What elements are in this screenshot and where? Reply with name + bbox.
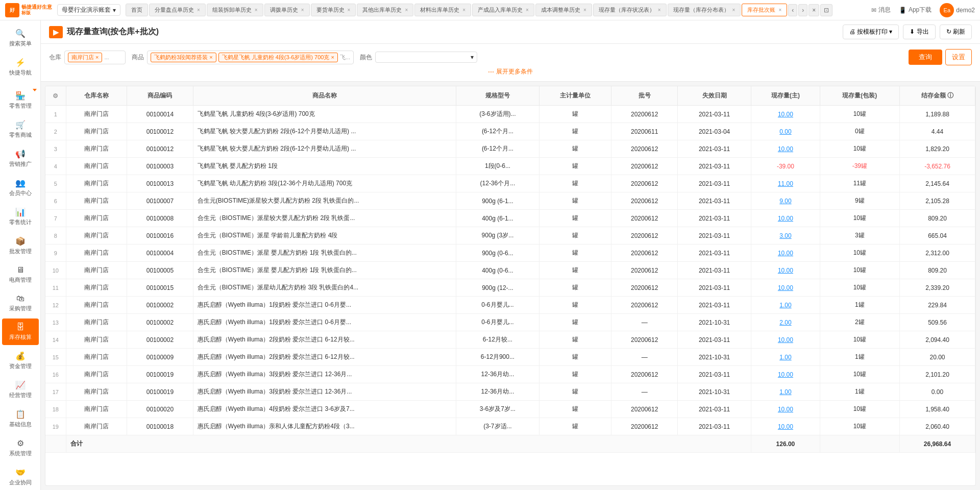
- ecommerce-icon: 🖥: [16, 265, 24, 275]
- cell-stock-pack: 0罐: [820, 123, 899, 140]
- tab-close-material-out[interactable]: ×: [462, 7, 465, 13]
- tab-query[interactable]: 调拨单历史×: [264, 4, 310, 16]
- cell-stock-main[interactable]: 10.00: [751, 366, 820, 383]
- tab-inventory-dist[interactable]: 现存量（库存分布表）×: [668, 4, 741, 16]
- product-more[interactable]: 飞...: [340, 54, 350, 61]
- sidebar-item-mall[interactable]: 🛒 零售商城: [2, 116, 39, 143]
- warehouse-tag-0[interactable]: 南岸门店 ×: [68, 53, 102, 62]
- tab-nav-left[interactable]: ‹: [788, 4, 797, 16]
- cell-stock-main[interactable]: 10.00: [751, 279, 820, 297]
- cell-stock-main[interactable]: 0.00: [751, 123, 820, 140]
- tab-other-out[interactable]: 其他出库单历史×: [357, 4, 413, 16]
- warehouse-more[interactable]: ...: [104, 54, 109, 60]
- tab-requisition[interactable]: 要货单历史×: [311, 4, 356, 16]
- sidebar-item-system[interactable]: ⚙ 系统管理: [2, 434, 39, 461]
- sidebar-item-search[interactable]: 🔍 搜索英单: [2, 24, 39, 52]
- col-batch: 批号: [611, 86, 678, 106]
- cell-stock-main[interactable]: 10.00: [751, 331, 820, 349]
- cell-stock-main[interactable]: 10.00: [751, 210, 820, 227]
- product-tag-container[interactable]: 飞鹤奶粉3段闻荐搭装 × 飞鹤星飞帆 儿童奶粉 4段(3-6岁适用) 700克 …: [147, 51, 354, 64]
- cell-expire: 2021-03-11: [677, 331, 751, 349]
- sidebar-item-stats[interactable]: 📊 零售统计: [2, 203, 39, 230]
- product-tag-close-1[interactable]: ×: [331, 54, 334, 60]
- tab-nav-right[interactable]: ›: [798, 4, 807, 16]
- product-tag-1[interactable]: 飞鹤星飞帆 儿童奶粉 4段(3-6岁适用) 700克 ×: [218, 53, 338, 62]
- warehouse-tag-close[interactable]: ×: [95, 54, 99, 60]
- tab-close-query[interactable]: ×: [301, 7, 304, 13]
- message-btn[interactable]: ✉ 消息: [871, 6, 891, 14]
- setting-btn[interactable]: 设置: [945, 49, 972, 65]
- cell-spec: 900g (6-1...: [456, 192, 540, 210]
- tab-close-inv-status[interactable]: ×: [658, 7, 661, 13]
- tab-disassemble[interactable]: 组装拆卸单历史×: [207, 4, 263, 16]
- sidebar-item-marketing[interactable]: 📢 营销推广: [2, 145, 39, 172]
- tab-inventory-status[interactable]: 现存量（库存状况表）×: [593, 4, 667, 16]
- cell-stock-main[interactable]: 10.00: [751, 140, 820, 158]
- tab-close-requisition[interactable]: ×: [348, 7, 351, 13]
- tab-bar: 首页 分量盘点单历史× 组装拆卸单历史× 调拨单历史× 要货单历史× 其他出库单…: [126, 4, 866, 16]
- cell-stock-main[interactable]: 10.00: [751, 401, 820, 418]
- product-tag-0[interactable]: 飞鹤奶粉3段闻荐搭装 ×: [151, 53, 216, 62]
- tab-close-split[interactable]: ×: [197, 7, 200, 13]
- cell-code: 00100012: [127, 123, 193, 140]
- cell-stock-main[interactable]: 1.00: [751, 383, 820, 401]
- warehouse-tag-container[interactable]: 南岸门店 × ...: [64, 51, 126, 64]
- print-btn[interactable]: 🖨 按模板打印 ▾: [843, 24, 899, 39]
- sidebar-item-members[interactable]: 👥 会员中心: [2, 174, 39, 201]
- user-area[interactable]: Ea demo2: [940, 3, 975, 17]
- app-download-btn[interactable]: 📱 App下载: [899, 6, 932, 14]
- tab-nav-expand[interactable]: ⊡: [820, 4, 832, 16]
- cell-expire: 2021-03-11: [677, 175, 751, 192]
- tab-home[interactable]: 首页: [126, 4, 148, 16]
- sidebar-item-ecommerce[interactable]: 🖥 电商管理: [2, 261, 39, 288]
- tab-close-batch[interactable]: ×: [778, 7, 781, 13]
- cell-stock-main[interactable]: 10.00: [751, 418, 820, 435]
- tab-product-in[interactable]: 产成品入库单历史×: [472, 4, 534, 16]
- tab-close-disassemble[interactable]: ×: [255, 7, 258, 13]
- tab-nav-close[interactable]: ×: [808, 4, 819, 16]
- tab-close-inv-dist[interactable]: ×: [732, 7, 736, 13]
- tab-close-product-in[interactable]: ×: [526, 7, 529, 13]
- sidebar-item-finance[interactable]: 💰 资金管理: [2, 347, 39, 374]
- search-btn[interactable]: 查询: [909, 50, 942, 65]
- expand-filter-btn[interactable]: ▶: [49, 26, 63, 38]
- cell-stock-main[interactable]: 10.00: [751, 244, 820, 262]
- table-row: 10 南岸门店 00100005 合生元（BIOSTIME）派星 婴儿配方奶粉 …: [45, 262, 975, 279]
- cell-stock-main[interactable]: 1.00: [751, 349, 820, 366]
- col-settings: ⚙: [45, 86, 66, 106]
- cell-stock-main[interactable]: 9.00: [751, 192, 820, 210]
- settings-icon[interactable]: ⚙: [53, 92, 58, 100]
- export-btn[interactable]: ⬇ 导出: [903, 24, 935, 39]
- sidebar-item-operations[interactable]: 📈 经营管理: [2, 376, 39, 403]
- cell-stock-main[interactable]: 11.00: [751, 175, 820, 192]
- sidebar-item-basics[interactable]: 📋 基础信息: [2, 405, 39, 432]
- cell-stock-main[interactable]: 1.00: [751, 297, 820, 314]
- tab-batch-voucher[interactable]: 库存批次账×: [742, 4, 787, 16]
- inventory-icon: 🗄: [16, 323, 24, 332]
- product-tag-close-0[interactable]: ×: [209, 54, 212, 60]
- expand-conditions[interactable]: ⋯ 展开更多条件: [49, 67, 972, 76]
- cell-stock-main[interactable]: 10.00: [751, 106, 820, 123]
- color-tag-container[interactable]: ▾: [375, 52, 477, 63]
- cell-stock-main[interactable]: 10.00: [751, 262, 820, 279]
- org-selector[interactable]: 母婴行业演示账套 ▾: [57, 4, 120, 16]
- table-row: 3 南岸门店 00100012 飞鹤星飞帆 较大婴儿配方奶粉 2段(6-12个月…: [45, 140, 975, 158]
- tab-cost-adjust[interactable]: 成本调整单历史×: [535, 4, 592, 16]
- sidebar-item-enterprise[interactable]: 🤝 企业协同: [2, 463, 39, 490]
- sidebar-item-wholesale[interactable]: 📦 批发管理: [2, 232, 39, 259]
- cell-stock-main[interactable]: 3.00: [751, 227, 820, 244]
- sidebar-item-purchase[interactable]: 🛍 采购管理: [2, 290, 39, 316]
- sidebar-item-shortcuts[interactable]: ⚡ 快捷导航: [2, 54, 39, 81]
- cell-balance: 20.00: [900, 349, 975, 366]
- cell-stock-main[interactable]: 2.00: [751, 314, 820, 331]
- tab-split-inventory[interactable]: 分量盘点单历史×: [149, 4, 206, 16]
- top-bar: 好 畅捷通好生意 标版 母婴行业演示账套 ▾ 首页 分量盘点单历史× 组装拆卸单…: [0, 0, 980, 20]
- sidebar-item-inventory[interactable]: 🗄 库存核算: [2, 318, 39, 345]
- cell-unit: 罐: [539, 175, 611, 192]
- tab-close-other-out[interactable]: ×: [405, 7, 408, 13]
- tab-close-cost-adjust[interactable]: ×: [583, 7, 586, 13]
- sidebar-item-retail[interactable]: 🏪 零售管理: [2, 87, 39, 114]
- cell-code: 00100004: [127, 244, 193, 262]
- refresh-btn[interactable]: ↻ 刷新: [940, 24, 972, 39]
- tab-material-out[interactable]: 材料出库单历史×: [414, 4, 471, 16]
